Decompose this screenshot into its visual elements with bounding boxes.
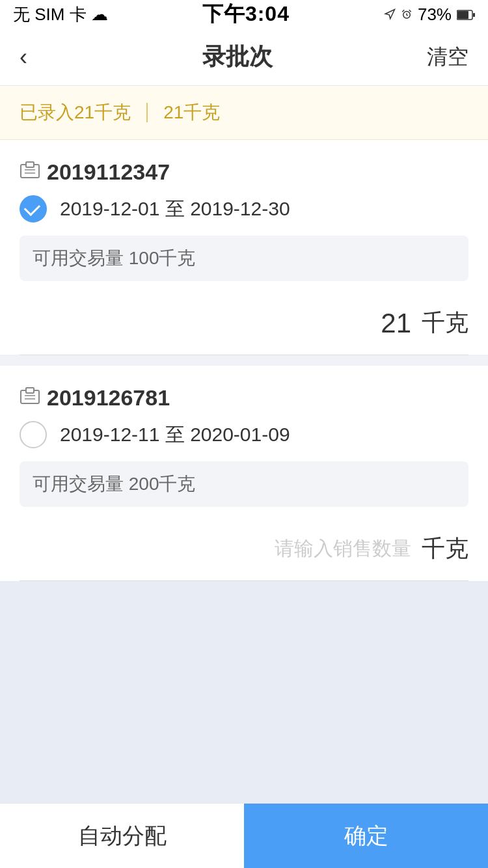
- total-qty: 21千克: [163, 100, 220, 125]
- no-sim-label: 无 SIM 卡 ☁: [13, 3, 108, 26]
- back-button[interactable]: ‹: [20, 44, 59, 71]
- bottom-bar: 自动分配 确定: [0, 803, 488, 868]
- auto-distribute-button[interactable]: 自动分配: [0, 804, 244, 868]
- empty-area: [0, 581, 488, 841]
- svg-marker-0: [385, 9, 394, 18]
- page-title: 录批次: [202, 41, 273, 73]
- svg-rect-8: [26, 162, 34, 167]
- confirm-button[interactable]: 确定: [244, 804, 488, 868]
- batch-icon-1: [20, 160, 40, 184]
- batch-1-radio[interactable]: [20, 195, 47, 223]
- batch-1-id: 2019112347: [47, 159, 170, 185]
- status-bar: 无 SIM 卡 ☁ 下午3:04 73%: [0, 0, 488, 29]
- nav-bar: ‹ 录批次 清空: [0, 29, 488, 86]
- alarm-icon: [401, 5, 413, 25]
- batch-2-qty-row: 请输入销售数量 千克: [0, 522, 488, 580]
- batch-2-inner: 2019126781 2019-12-11 至 2020-01-09 可用交易量…: [0, 366, 488, 507]
- batch-2-id: 2019126781: [47, 385, 170, 411]
- location-icon: [384, 5, 396, 25]
- status-right: 73%: [384, 5, 475, 25]
- batch-2-date-row: 2019-12-11 至 2020-01-09: [20, 421, 468, 448]
- batch-1-unit: 千克: [422, 307, 468, 339]
- batch-2-unit: 千克: [422, 533, 468, 565]
- batch-1-qty-input[interactable]: [333, 308, 411, 339]
- status-time: 下午3:04: [202, 0, 290, 29]
- batch-1-date: 2019-12-01 至 2019-12-30: [60, 196, 290, 223]
- info-divider: [146, 103, 148, 122]
- batch-card-2: 2019126781 2019-12-11 至 2020-01-09 可用交易量…: [0, 366, 488, 581]
- batch-2-radio[interactable]: [20, 421, 47, 448]
- batch-1-available-qty: 可用交易量 100千克: [20, 236, 468, 281]
- clear-button[interactable]: 清空: [416, 43, 468, 72]
- svg-rect-5: [457, 11, 468, 19]
- batch-1-date-row: 2019-12-01 至 2019-12-30: [20, 195, 468, 223]
- batch-1-qty-row: 千克: [0, 297, 488, 355]
- battery-icon: [457, 5, 475, 25]
- section-divider: [0, 355, 488, 366]
- batch-2-header: 2019126781: [20, 385, 468, 411]
- svg-line-3: [409, 10, 411, 12]
- batch-1-header: 2019112347: [20, 159, 468, 185]
- recorded-qty: 已录入21千克: [20, 100, 131, 125]
- status-left: 无 SIM 卡 ☁: [13, 3, 108, 26]
- batch-icon-2: [20, 386, 40, 410]
- svg-rect-12: [26, 388, 34, 393]
- batch-2-date: 2019-12-11 至 2020-01-09: [60, 422, 290, 448]
- info-banner: 已录入21千克 21千克: [0, 86, 488, 140]
- batch-2-qty-placeholder: 请输入销售数量: [275, 536, 411, 562]
- battery-label: 73%: [418, 5, 452, 25]
- batch-2-available-qty: 可用交易量 200千克: [20, 461, 468, 507]
- svg-line-2: [402, 10, 404, 12]
- batch-card-1: 2019112347 2019-12-01 至 2019-12-30 可用交易量…: [0, 140, 488, 297]
- svg-rect-6: [473, 13, 475, 17]
